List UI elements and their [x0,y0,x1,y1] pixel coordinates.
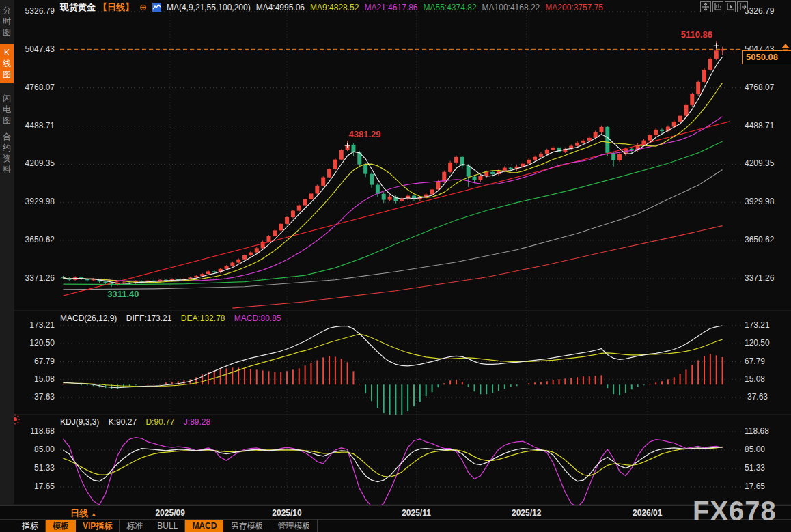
gridlines [0,7,791,505]
sidebar-char: 闪 [0,93,14,104]
axis-tick-label: 3371.26 [745,273,790,283]
period-tag: 【日线】 [98,2,134,12]
sidebar-char: 分 [0,5,14,16]
sidebar-char: 图 [0,27,14,38]
axis-tick-label: 15.08 [745,374,790,384]
macd-params: MACD(26,12,9) [60,313,117,323]
kdj-j-value: J:89.28 [184,417,210,427]
axis-tick-label: 51.33 [745,463,790,473]
axis-tick-label: 120.50 [745,338,790,348]
axis-tick-label: 120.50 [14,338,55,348]
add-indicator-icon[interactable]: ⊕ [139,2,147,12]
axis-tick-label: 4209.35 [745,158,790,168]
axis-tick-label: 4768.07 [745,83,790,92]
macd-panel[interactable] [63,326,722,417]
axis-tick-label: 4488.71 [14,121,55,130]
macd-value: MACD:80.85 [234,313,281,323]
sidebar-tab-timeline[interactable]: 分时图 [0,5,14,38]
tab-standard[interactable]: 标准 [120,520,150,532]
tab-indicator[interactable]: 指标 [15,520,46,532]
kdj-d-value: D:90.77 [145,417,174,427]
chart-canvas[interactable] [0,0,791,532]
axis-tick-label: 5047.43 [14,44,55,54]
price-annotation: 5110.86 [681,29,712,40]
sidebar-char: 线 [0,58,14,69]
tab-vip-indicator[interactable]: VIP指标 [76,520,120,532]
axis-tick-label: 118.68 [745,426,790,436]
ma-line-ma55 [63,141,722,284]
ma200-value: MA200:3757.75 [545,3,603,12]
date-label: 2025/12 [506,508,547,518]
ma-line-ma100 [63,170,722,290]
axis-tick-label: 67.79 [745,356,790,366]
ma-line-trendline [63,117,747,296]
sidebar-char: K [0,47,14,58]
kdj-panel[interactable] [63,438,722,509]
kdj-header: KDJ(9,3,3) K:90.27 D:90.77 J:89.28 [60,417,217,427]
axis-tick-label: -37.63 [745,392,790,402]
axis-tick-label: 85.00 [745,445,790,454]
date-label: 2025/09 [150,508,191,518]
axis-tick-label: 4209.35 [14,158,55,168]
date-label: 2025/11 [396,508,437,518]
axis-tick-label: 118.68 [14,426,55,436]
ma-params: MA(4,9,21,55,100,200) [167,3,251,12]
macd-header: MACD(26,12,9) DIFF:173.21 DEA:132.78 MAC… [60,313,288,323]
axis-tick-label: -37.63 [14,392,55,402]
date-label: 2026/01 [627,508,668,518]
ma4-value: MA4:4995.06 [256,3,305,12]
axis-tick-label: 3650.62 [745,235,790,244]
period-dropdown-label: 日线 [70,508,88,518]
period-dropdown[interactable]: 日线 ▲ [70,507,97,520]
sidebar-char: 合 [0,131,14,142]
chart-header: 现货黄金【日线】⊕MA(4,9,21,55,100,200)MA4:4995.0… [60,1,609,13]
chart-type-icon[interactable] [152,3,161,12]
sidebar-char: 图 [0,69,14,80]
chevron-up-icon: ▲ [91,511,97,518]
axis-tick-label: 173.21 [14,320,55,330]
ma-line-ma21 [63,117,722,281]
diff-line [63,326,722,388]
ma-line-ma4 [63,57,722,283]
tab-bull[interactable]: BULL [150,520,185,532]
price-annotation: 4381.29 [349,129,381,139]
instrument-name: 现货黄金 [60,2,96,12]
axis-tick-label: 85.00 [14,445,55,454]
axis-tick-label: 173.21 [745,320,790,330]
macd-diff-value: DIFF:173.21 [126,313,172,323]
axis-tick-label: 3371.26 [14,273,55,283]
ma9-value: MA9:4828.52 [310,3,359,12]
tab-macd[interactable]: MACD [185,520,223,532]
sidebar-tab-contract-info[interactable]: 合约资料 [0,131,14,175]
ma-line-ma200 [232,226,722,308]
sidebar: 分时图K线图闪电图合约资料 [0,0,14,505]
price-annotation: 3311.40 [107,289,139,299]
axis-tick-label: 4488.71 [745,121,790,130]
tab-manage-template[interactable]: 管理模板 [270,520,318,532]
tab-template[interactable]: 模板 [46,520,76,532]
axis-tick-label: 51.33 [14,463,55,473]
date-label: 2025/10 [266,508,307,518]
move-tool-icon[interactable] [700,1,711,12]
dea-line [63,334,722,387]
axis-tick-label: 15.08 [14,374,55,384]
sidebar-tab-flash[interactable]: 闪电图 [0,93,14,126]
sidebar-char: 图 [0,115,14,126]
axis-tick-label: 5326.79 [14,6,55,16]
axis-play-icon[interactable] [725,1,736,12]
ma-values: MA4:4995.06MA9:4828.52MA21:4617.86MA55:4… [256,3,609,12]
sidebar-char: 时 [0,16,14,27]
tab-save-template[interactable]: 另存模板 [223,520,270,532]
axis-tick-label: 17.65 [14,481,55,491]
latest-price-arrow-icon[interactable] [780,42,791,55]
sidebar-char: 约 [0,142,14,153]
date-axis: 日线 ▲ 2025/092025/102025/112025/122026/01 [0,505,791,520]
sidebar-tab-kline[interactable]: K线图 [0,44,14,83]
axis-scale-icon[interactable] [712,1,723,12]
axis-tick-label: 3650.62 [14,235,55,244]
ma21-value: MA21:4617.86 [364,3,417,12]
collapse-panel-icon[interactable] [737,1,748,12]
price-marker-cross [714,43,719,48]
ma55-value: MA55:4374.82 [424,3,477,12]
candlestick-panel[interactable] [61,41,747,308]
